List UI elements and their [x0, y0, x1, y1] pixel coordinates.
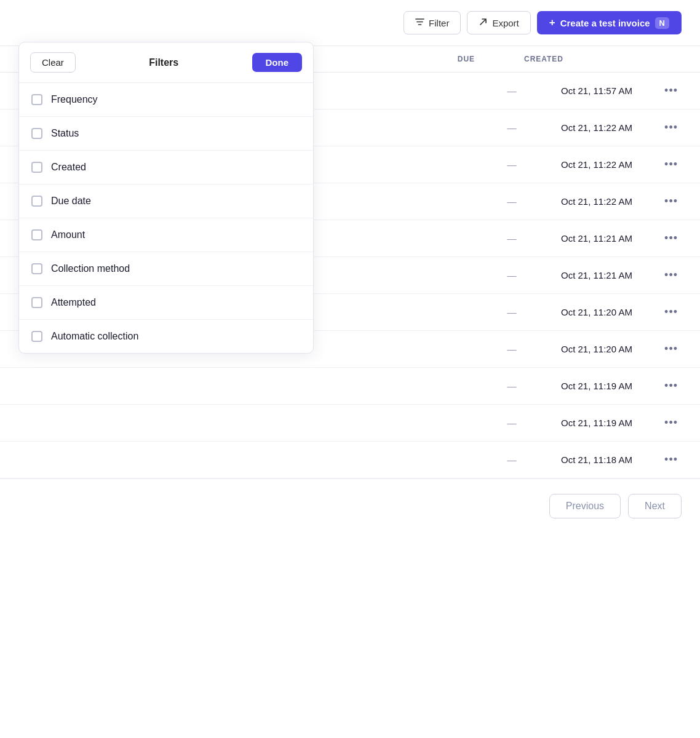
row-actions: ••• [659, 340, 682, 358]
row-menu-button[interactable]: ••• [661, 414, 682, 432]
automatic-collection-checkbox[interactable] [31, 331, 42, 342]
row-menu-button[interactable]: ••• [661, 156, 682, 173]
row-due: — [499, 454, 524, 465]
export-button[interactable]: Export [467, 11, 530, 34]
row-due: — [499, 122, 524, 133]
pagination: Previous Next [0, 478, 700, 533]
amount-checkbox[interactable] [31, 229, 42, 240]
row-actions: ••• [659, 266, 682, 284]
row-menu-button[interactable]: ••• [661, 303, 682, 321]
row-menu-button[interactable]: ••• [661, 82, 682, 100]
row-menu-button[interactable]: ••• [661, 377, 682, 395]
row-created: Oct 21, 11:18 AM [561, 454, 659, 465]
amount-label: Amount [51, 229, 85, 240]
page-wrapper: Filter Export + Create a test invoice N … [0, 0, 700, 738]
collection-method-label: Collection method [51, 263, 130, 274]
create-invoice-label: Create a test invoice [560, 18, 650, 28]
row-due: — [499, 85, 524, 96]
row-created: Oct 21, 11:19 AM [561, 418, 659, 428]
filter-title: Filters [76, 57, 252, 68]
created-checkbox[interactable] [31, 162, 42, 173]
row-actions: ••• [659, 192, 682, 210]
create-invoice-badge: N [655, 17, 669, 29]
status-label: Status [51, 128, 79, 139]
row-actions: ••• [659, 451, 682, 469]
col-header-due: DUE [458, 55, 475, 63]
row-created: Oct 21, 11:22 AM [561, 159, 659, 170]
filter-item-due-date[interactable]: Due date [19, 184, 313, 218]
table-row[interactable]: — Oct 21, 11:19 AM ••• [0, 368, 700, 405]
filter-item-frequency[interactable]: Frequency [19, 83, 313, 117]
row-menu-button[interactable]: ••• [661, 340, 682, 358]
row-due: — [499, 159, 524, 170]
table-row[interactable]: — Oct 21, 11:19 AM ••• [0, 405, 700, 442]
filter-button-label: Filter [429, 18, 449, 28]
row-due: — [499, 344, 524, 354]
previous-button[interactable]: Previous [549, 494, 621, 518]
col-header-created: CREATED [524, 55, 610, 63]
row-created: Oct 21, 11:20 AM [561, 344, 659, 354]
row-created: Oct 21, 11:22 AM [561, 122, 659, 133]
filter-icon [415, 17, 424, 28]
row-created: Oct 21, 11:57 AM [561, 85, 659, 96]
create-invoice-button[interactable]: + Create a test invoice N [537, 11, 682, 34]
row-actions: ••• [659, 156, 682, 173]
filter-item-collection-method[interactable]: Collection method [19, 252, 313, 286]
row-actions: ••• [659, 303, 682, 321]
row-due: — [499, 270, 524, 280]
filter-item-automatic-collection[interactable]: Automatic collection [19, 320, 313, 353]
row-created: Oct 21, 11:22 AM [561, 196, 659, 207]
filter-item-attempted[interactable]: Attempted [19, 286, 313, 320]
automatic-collection-label: Automatic collection [51, 331, 138, 342]
row-actions: ••• [659, 119, 682, 137]
row-created: Oct 21, 11:20 AM [561, 307, 659, 317]
row-created: Oct 21, 11:19 AM [561, 381, 659, 391]
filter-panel: Clear Filters Done Frequency Status Crea… [18, 42, 314, 354]
done-button[interactable]: Done [252, 53, 303, 72]
filter-item-created[interactable]: Created [19, 151, 313, 184]
frequency-checkbox[interactable] [31, 94, 42, 105]
row-menu-button[interactable]: ••• [661, 451, 682, 469]
frequency-label: Frequency [51, 94, 98, 105]
row-due: — [499, 307, 524, 317]
row-actions: ••• [659, 414, 682, 432]
created-label: Created [51, 162, 86, 173]
table-row[interactable]: — Oct 21, 11:18 AM ••• [0, 442, 700, 478]
row-menu-button[interactable]: ••• [661, 266, 682, 284]
table-col-headers: DUE CREATED [458, 55, 682, 63]
row-created: Oct 21, 11:21 AM [561, 270, 659, 280]
status-checkbox[interactable] [31, 128, 42, 139]
row-actions: ••• [659, 229, 682, 247]
filter-item-status[interactable]: Status [19, 117, 313, 151]
filter-item-amount[interactable]: Amount [19, 218, 313, 252]
filter-header: Clear Filters Done [19, 42, 313, 83]
export-button-label: Export [492, 18, 519, 28]
plus-icon: + [549, 17, 555, 29]
row-due: — [499, 381, 524, 391]
collection-method-checkbox[interactable] [31, 263, 42, 274]
clear-button[interactable]: Clear [30, 52, 76, 73]
row-actions: ••• [659, 377, 682, 395]
row-due: — [499, 418, 524, 428]
row-due: — [499, 233, 524, 244]
row-menu-button[interactable]: ••• [661, 192, 682, 210]
attempted-label: Attempted [51, 297, 96, 308]
row-actions: ••• [659, 82, 682, 100]
export-icon [479, 17, 488, 28]
toolbar: Filter Export + Create a test invoice N [0, 0, 700, 46]
due-date-checkbox[interactable] [31, 196, 42, 207]
row-due: — [499, 196, 524, 207]
attempted-checkbox[interactable] [31, 297, 42, 308]
row-menu-button[interactable]: ••• [661, 119, 682, 137]
next-button[interactable]: Next [628, 494, 682, 518]
filter-button[interactable]: Filter [404, 11, 461, 34]
row-created: Oct 21, 11:21 AM [561, 233, 659, 244]
row-menu-button[interactable]: ••• [661, 229, 682, 247]
due-date-label: Due date [51, 196, 91, 207]
